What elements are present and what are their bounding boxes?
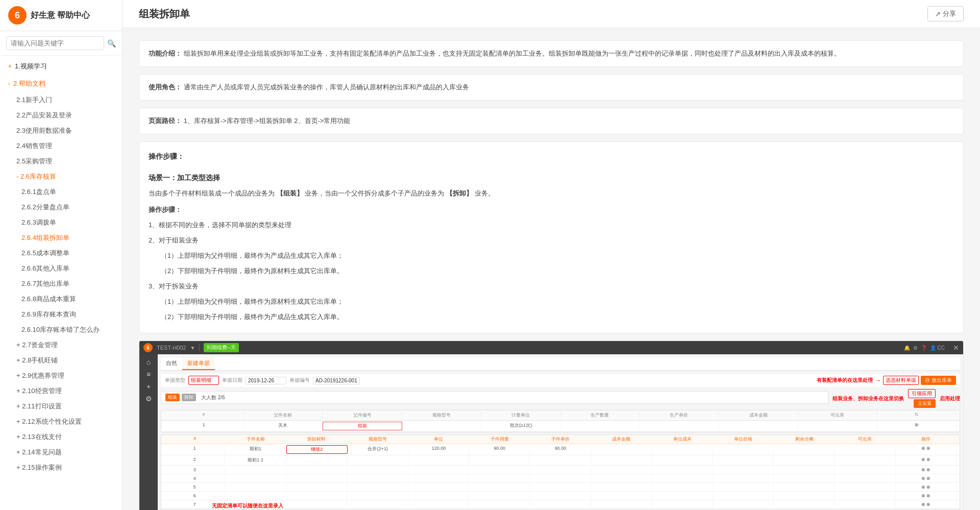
mock-type-input[interactable]: 组装明细 bbox=[188, 376, 219, 385]
mock-close-icon[interactable]: ✕ bbox=[953, 344, 959, 352]
sidebar-item-2-6-6[interactable]: 2.6.6其他入库单 bbox=[0, 261, 122, 276]
mock-dropdown: ▼ bbox=[190, 345, 195, 351]
sidebar-item-2-4[interactable]: 2.4销售管理 bbox=[0, 138, 122, 154]
sidebar-item-2-6-1[interactable]: 2.6.1盘点单 bbox=[0, 184, 122, 200]
sidebar-item-2-2[interactable]: 2.2产品安装及登录 bbox=[0, 108, 122, 123]
sidebar-item-2-6-4[interactable]: 2.6.4组装拆卸单 bbox=[0, 230, 122, 246]
mock-th-spec: 规格型号 bbox=[402, 412, 481, 419]
sidebar-item-2-6-8[interactable]: 2.6.8商品成本重算 bbox=[0, 292, 122, 307]
mock-td-1-spec bbox=[402, 422, 481, 430]
mock-no-input[interactable]: AD-20191226-001 bbox=[313, 377, 360, 384]
annotation2-text: 组装业务、拆卸业务在这里切换 bbox=[832, 395, 904, 402]
sidebar-item-video-label: 1.视频学习 bbox=[15, 62, 47, 71]
sidebar-item-2-5[interactable]: 2.5采购管理 bbox=[0, 154, 122, 169]
mock-body: ⌂ ≡ + ⚙ ↩ 自然 新建单据 bbox=[139, 354, 963, 510]
sidebar-item-2-6-10[interactable]: 2.6.10库存账本错了怎么办 bbox=[0, 322, 122, 337]
sidebar-item-2-8[interactable]: + 2.8手机旺铺 bbox=[0, 353, 122, 368]
sidebar-item-2-6-5[interactable]: 2.6.5成本调整单 bbox=[0, 246, 122, 261]
search-input[interactable] bbox=[6, 36, 104, 50]
sidebar-item-video[interactable]: + 1.视频学习 bbox=[0, 58, 122, 75]
mock-tab-home[interactable]: 自然 bbox=[161, 357, 182, 370]
sidebar-item-2-7[interactable]: + 2.7资金管理 bbox=[0, 337, 122, 353]
intro-box: 功能介绍： 组装拆卸单用来处理企业组装或拆卸等加工业务，支持有固定装配清单的产品… bbox=[139, 40, 964, 67]
mock-settings-icon: ⚙ bbox=[141, 393, 156, 404]
mock-td-1-qty bbox=[560, 422, 640, 430]
sidebar-item-2-1[interactable]: 2.1新手入门 bbox=[0, 92, 122, 108]
mock-td-1-name: 关木 bbox=[243, 422, 323, 430]
search-icon[interactable]: 🔍 bbox=[107, 39, 116, 47]
mock-icons: 🔔 ⚙ ❓ 👤 CC bbox=[904, 345, 945, 351]
role-label: 使用角色： bbox=[149, 83, 182, 91]
mock-logo: 6 bbox=[143, 343, 153, 352]
step2: 2、对于组装业务 bbox=[149, 234, 954, 247]
mock-th-num: # bbox=[164, 412, 243, 419]
sidebar-item-2-10[interactable]: + 2.10经营管理 bbox=[0, 383, 122, 399]
mock-td-1-unit: 批次(≥1次) bbox=[481, 422, 560, 430]
mock-th-code: 父件编号 bbox=[323, 412, 402, 419]
mock-sub-th-5: 单位 bbox=[408, 436, 469, 443]
mock-section-text: 大人数 2/6 bbox=[201, 394, 225, 401]
mock-td-1-action[interactable]: ⊕ bbox=[877, 422, 957, 430]
sidebar-item-2-9[interactable]: + 2.9优惠券管理 bbox=[0, 368, 122, 383]
sidebar-item-2-6-3[interactable]: 2.6.3调拨单 bbox=[0, 215, 122, 230]
divider bbox=[199, 344, 200, 351]
sidebar-item-docs[interactable]: - 2.帮助文档 bbox=[0, 75, 122, 92]
collapse-icon: - bbox=[8, 80, 10, 87]
mock-tabs: 自然 新建单据 bbox=[161, 357, 960, 371]
mock-sub-th-8: 成本金额 bbox=[591, 436, 652, 443]
sidebar-item-2-15[interactable]: + 2.15操作案例 bbox=[0, 460, 122, 475]
mock-table-header: # 父件名称 父件编号 规格型号 计量单位 生产数量 生产单价 成本金额 可出库… bbox=[161, 410, 960, 421]
mock-tab-new[interactable]: 新建单据 bbox=[182, 357, 215, 370]
sidebar-item-2-6-7[interactable]: 2.6.7其他出库单 bbox=[0, 276, 122, 292]
mock-sub-th-4: 规格型号 bbox=[347, 436, 408, 443]
mock-date-input[interactable]: 2019-12-26 bbox=[246, 377, 286, 384]
mock-form-row1: 单据类型 组装明细 单据日期 2019-12-26 单据编号 AD-201912… bbox=[161, 374, 960, 387]
mock-th-avail: 可出库 bbox=[798, 412, 877, 419]
sidebar-header: 6 好生意 帮助中心 bbox=[0, 0, 122, 31]
path-box: 页面路径： 1、库存核算->库存管理->组装拆卸单 2、首页->常用功能 bbox=[139, 108, 964, 134]
sidebar-item-2-6-2[interactable]: 2.6.2分量盘点单 bbox=[0, 200, 122, 215]
mock-screen: 6 TEST-H002 ▼ 到期续费--天 🔔 ⚙ ❓ 👤 CC ✕ bbox=[139, 341, 963, 510]
step2b: （2）下部明细为子件明细，最终作为原材料生成其它出库单。 bbox=[149, 264, 954, 278]
mock-th-name: 父件名称 bbox=[243, 412, 323, 419]
share-button[interactable]: ↗ 分享 bbox=[927, 6, 964, 21]
mock-sub-th-3: 拆卸材料 bbox=[286, 436, 347, 443]
mock-icon-bell: 🔔 bbox=[904, 345, 910, 351]
sidebar-item-2-3[interactable]: 2.3使用前数据准备 bbox=[0, 123, 122, 138]
steps-title2: 操作步骤： bbox=[149, 203, 954, 216]
mock-sub-th-11: 剩余分摊 bbox=[774, 436, 835, 443]
share-icon: ↗ bbox=[935, 10, 941, 18]
path-text: 1、库存核算->库存管理->组装拆卸单 2、首页->常用功能 bbox=[184, 117, 351, 125]
mock-sub-th-10: 单位价格 bbox=[713, 436, 774, 443]
step1: 1、根据不同的业务，选择不同单据的类型来处理 bbox=[149, 218, 954, 232]
mock-sub-row-6: 6 ⊕ ⊗ bbox=[161, 492, 960, 500]
sidebar-item-2-14[interactable]: + 2.14常见问题 bbox=[0, 445, 122, 460]
mock-input-ref[interactable]: 引领应用 bbox=[908, 389, 936, 398]
app-name: 好生意 帮助中心 bbox=[31, 10, 90, 21]
nav-section-1: + 1.视频学习 - 2.帮助文档 2.1新手入门 2.2产品安装及登录 2.3… bbox=[0, 56, 122, 477]
sidebar-item-2-12[interactable]: + 2.12系统个性化设置 bbox=[0, 414, 122, 429]
mock-icon-user: 👤 CC bbox=[930, 345, 945, 351]
mock-apply-btn[interactable]: 立实置 bbox=[914, 399, 936, 408]
app-logo: 6 bbox=[8, 6, 27, 25]
mock-disassemble-btn[interactable]: 拆卸 bbox=[182, 394, 196, 401]
mock-td-1-avail bbox=[798, 422, 877, 430]
mock-sub-th-7: 子件单价 bbox=[530, 436, 591, 443]
steps-title: 操作步骤： bbox=[149, 149, 954, 163]
mock-no-label: 单据编号 bbox=[289, 377, 310, 384]
sidebar-item-2-6[interactable]: - 2.6库存核算 bbox=[0, 169, 122, 184]
screenshot-container: 6 TEST-H002 ▼ 到期续费--天 🔔 ⚙ ❓ 👤 CC ✕ bbox=[139, 341, 964, 510]
mock-save-btn[interactable]: 存 放出库单 bbox=[921, 376, 956, 385]
content-area: 功能介绍： 组装拆卸单用来处理企业组装或拆卸等加工业务，支持有固定装配清单的产品… bbox=[122, 28, 980, 510]
sidebar-item-2-11[interactable]: + 2.11打印设置 bbox=[0, 399, 122, 414]
mock-assembly-btn[interactable]: 组装 bbox=[165, 394, 180, 401]
sidebar-item-docs-label: 2.帮助文档 bbox=[13, 79, 45, 88]
mock-th-cost: 成本金额 bbox=[719, 412, 798, 419]
mock-annotation-box1[interactable]: 选选材料单据 bbox=[883, 376, 919, 385]
mock-sub-table: # 子件名称 拆卸材料 规格型号 单位 子件用量 子件单价 成本金额 单位成本 bbox=[161, 434, 960, 510]
mock-sub-th-12: 可出库 bbox=[835, 436, 895, 443]
sidebar-item-2-13[interactable]: + 2.13在线支付 bbox=[0, 429, 122, 445]
sidebar-item-2-6-9[interactable]: 2.6.9库存账本查询 bbox=[0, 307, 122, 322]
scene1-title: 场景一：加工类型选择 bbox=[149, 171, 954, 185]
annotation4-text: 无固定清单可以随便在这里录入 bbox=[212, 502, 283, 509]
